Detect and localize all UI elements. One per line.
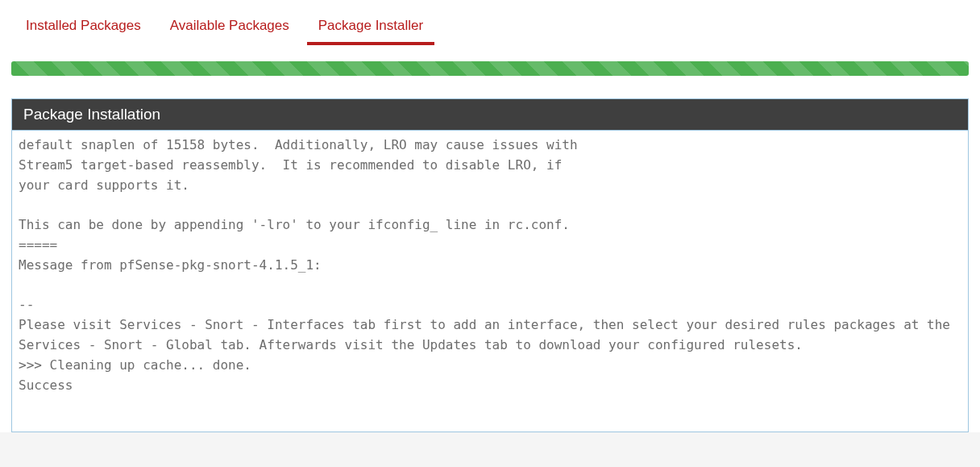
page-content: Installed Packages Available Packages Pa… — [0, 0, 980, 432]
package-installation-panel: Package Installation default snaplen of … — [11, 98, 969, 432]
tab-package-installer[interactable]: Package Installer — [307, 10, 434, 44]
progress-bar — [11, 61, 969, 76]
install-log-output[interactable]: default snaplen of 15158 bytes. Addition… — [12, 130, 968, 432]
panel-title: Package Installation — [12, 99, 968, 130]
progress-container — [11, 61, 969, 76]
tab-installed-packages[interactable]: Installed Packages — [15, 10, 152, 44]
tab-bar: Installed Packages Available Packages Pa… — [15, 0, 980, 44]
tab-available-packages[interactable]: Available Packages — [159, 10, 301, 44]
